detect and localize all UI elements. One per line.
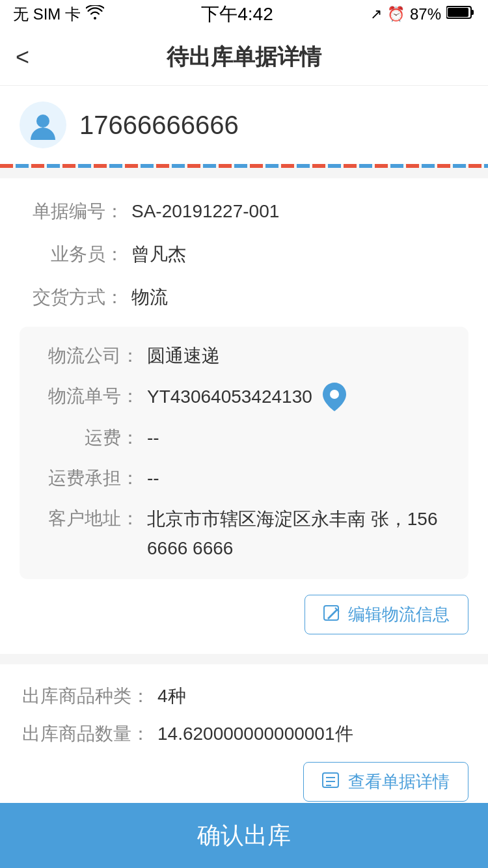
goods-qty-row: 出库商品数量： 14.620000000000001件 bbox=[20, 722, 468, 746]
logistics-company-row: 物流公司： 圆通速递 bbox=[35, 342, 453, 370]
address-value: 北京市市辖区海淀区永丰南 张，156 6666 6666 bbox=[147, 505, 453, 563]
battery-icon bbox=[446, 5, 475, 23]
location-status-icon: ↗ bbox=[370, 6, 382, 23]
edit-logistics-button[interactable]: 编辑物流信息 bbox=[305, 595, 468, 634]
freight-row: 运费： -- bbox=[35, 424, 453, 452]
goods-qty-value: 14.620000000000001件 bbox=[157, 722, 353, 746]
delivery-row: 交货方式： 物流 bbox=[20, 284, 468, 311]
nav-bar: < 待出库单据详情 bbox=[0, 29, 488, 86]
status-bar: 无 SIM 卡 下午4:42 ↗ ⏰ 87% bbox=[0, 0, 488, 29]
tracking-label: 物流单号： bbox=[35, 383, 139, 410]
goods-types-row: 出库商品种类： 4种 bbox=[20, 684, 468, 709]
wifi-icon bbox=[86, 5, 104, 23]
status-right: ↗ ⏰ 87% bbox=[370, 5, 475, 23]
freight-bearer-label: 运费承担： bbox=[35, 465, 139, 492]
avatar bbox=[20, 102, 66, 148]
freight-label: 运费： bbox=[35, 424, 139, 452]
view-detail-row: 查看单据详情 bbox=[20, 762, 468, 802]
logistics-company-value: 圆通速递 bbox=[147, 342, 453, 370]
logistics-card: 物流公司： 圆通速递 物流单号： YT43064053424130 运费： --… bbox=[20, 327, 468, 579]
goods-section: 出库商品种类： 4种 出库商品数量： 14.620000000000001件 查… bbox=[0, 664, 488, 821]
order-no-value: SA-20191227-001 bbox=[131, 198, 468, 225]
order-no-label: 单据编号： bbox=[20, 198, 124, 225]
delivery-value: 物流 bbox=[131, 284, 468, 311]
status-left: 无 SIM 卡 bbox=[13, 4, 104, 25]
svg-point-3 bbox=[36, 115, 49, 128]
view-detail-label: 查看单据详情 bbox=[348, 770, 450, 793]
tracking-row: 物流单号： YT43064053424130 bbox=[35, 383, 453, 411]
salesman-row: 业务员： 曾凡杰 bbox=[20, 241, 468, 268]
tracking-value: YT43064053424130 bbox=[147, 383, 453, 411]
freight-bearer-value: -- bbox=[147, 465, 453, 492]
address-row: 客户地址： 北京市市辖区海淀区永丰南 张，156 6666 6666 bbox=[35, 505, 453, 563]
goods-qty-label: 出库商品数量： bbox=[20, 722, 150, 746]
svg-rect-2 bbox=[448, 8, 468, 17]
page-title: 待出库单据详情 bbox=[167, 42, 321, 72]
status-time: 下午4:42 bbox=[201, 2, 273, 27]
logistics-company-label: 物流公司： bbox=[35, 342, 139, 370]
freight-value: -- bbox=[147, 424, 453, 452]
confirm-button-label: 确认出库 bbox=[197, 820, 291, 852]
delivery-label: 交货方式： bbox=[20, 284, 124, 311]
goods-types-value: 4种 bbox=[157, 684, 186, 709]
order-no-row: 单据编号： SA-20191227-001 bbox=[20, 198, 468, 225]
freight-bearer-row: 运费承担： -- bbox=[35, 465, 453, 492]
edit-logistics-label: 编辑物流信息 bbox=[348, 603, 450, 626]
svg-rect-1 bbox=[471, 10, 474, 15]
battery-label: 87% bbox=[410, 5, 441, 23]
address-label: 客户地址： bbox=[35, 505, 139, 532]
salesman-value: 曾凡杰 bbox=[131, 241, 468, 268]
order-info-section: 单据编号： SA-20191227-001 业务员： 曾凡杰 交货方式： 物流 … bbox=[0, 178, 488, 654]
goods-types-label: 出库商品种类： bbox=[20, 684, 150, 709]
track-location-icon[interactable] bbox=[320, 383, 349, 411]
confirm-button[interactable]: 确认出库 bbox=[0, 803, 488, 868]
back-button[interactable]: < bbox=[16, 44, 29, 71]
customer-phone: 17666666666 bbox=[79, 111, 239, 140]
salesman-label: 业务员： bbox=[20, 241, 124, 268]
edit-action-row: 编辑物流信息 bbox=[20, 595, 468, 634]
customer-header: 17666666666 bbox=[0, 86, 488, 164]
dashed-divider bbox=[0, 164, 488, 168]
alarm-icon: ⏰ bbox=[387, 6, 405, 23]
carrier-label: 无 SIM 卡 bbox=[13, 4, 81, 25]
svg-point-4 bbox=[330, 390, 339, 399]
view-detail-button[interactable]: 查看单据详情 bbox=[303, 762, 468, 802]
